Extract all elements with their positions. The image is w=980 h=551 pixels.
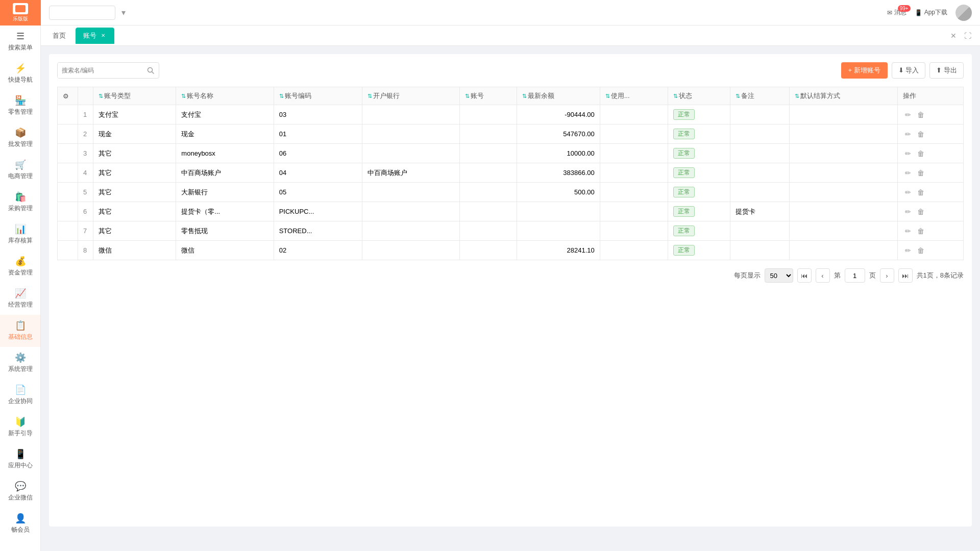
row-code: 04 xyxy=(274,163,362,183)
sidebar-item-label: 畅会员 xyxy=(11,525,30,534)
sidebar-item-operations[interactable]: 📈 经营管理 xyxy=(0,283,40,315)
tab-close-icon[interactable]: ✕ xyxy=(100,32,107,39)
logo: 乐版版 xyxy=(0,0,41,26)
export-button[interactable]: ⬆ 导出 xyxy=(929,62,964,79)
sidebar-item-retail[interactable]: 🏪 零售管理 xyxy=(0,90,40,122)
delete-button[interactable]: 🗑 xyxy=(915,129,926,139)
edit-button[interactable]: ✏ xyxy=(903,168,913,178)
row-remark xyxy=(730,183,789,202)
top-dropdown-icon[interactable]: ▾ xyxy=(121,8,126,17)
sidebar-item-search[interactable]: ☰ 搜索菜单 xyxy=(0,26,40,58)
sidebar-item-guide[interactable]: 🔰 新手引导 xyxy=(0,411,40,443)
delete-button[interactable]: 🗑 xyxy=(915,226,926,236)
sidebar-item-label: 资金管理 xyxy=(8,268,33,277)
row-code: 03 xyxy=(274,105,362,124)
edit-button[interactable]: ✏ xyxy=(903,110,913,120)
edit-button[interactable]: ✏ xyxy=(903,207,913,217)
tab-account[interactable]: 账号 ✕ xyxy=(76,28,114,44)
col-header-settings[interactable]: ⚙ xyxy=(58,87,78,105)
sidebar-item-label: 企业协同 xyxy=(8,397,33,406)
retail-icon: 🏪 xyxy=(15,95,26,106)
sidebar-item-appcenter[interactable]: 📱 应用中心 xyxy=(0,443,40,475)
tab-fullscreen-button[interactable]: ⛶ xyxy=(962,30,974,42)
row-remark xyxy=(730,221,789,241)
row-usage xyxy=(600,183,668,202)
row-actions: ✏ 🗑 xyxy=(898,221,964,241)
col-header-bank[interactable]: ⇅开户银行 xyxy=(362,87,459,105)
edit-button[interactable]: ✏ xyxy=(903,129,913,139)
col-header-usage[interactable]: ⇅使用... xyxy=(600,87,668,105)
search-input[interactable] xyxy=(58,63,142,78)
tab-controls: ✕ ⛶ xyxy=(947,30,980,42)
system-icon: ⚙️ xyxy=(15,352,26,363)
row-settings xyxy=(58,163,78,183)
add-account-button[interactable]: + 新增账号 xyxy=(841,62,888,79)
row-actions: ✏ 🗑 xyxy=(898,105,964,124)
message-button[interactable]: ✉ 消息 99+ xyxy=(887,8,906,17)
col-header-name[interactable]: ⇅账号名称 xyxy=(176,87,274,105)
col-header-code[interactable]: ⇅账号编码 xyxy=(274,87,362,105)
row-bank xyxy=(362,202,459,221)
delete-button[interactable]: 🗑 xyxy=(915,110,926,120)
col-header-remark[interactable]: ⇅备注 xyxy=(730,87,789,105)
sidebar-item-member[interactable]: 👤 畅会员 xyxy=(0,508,40,540)
col-header-type[interactable]: ⇅账号类型 xyxy=(93,87,176,105)
table-row: 2 现金 现金 01 547670.00 正常 ✏ 🗑 xyxy=(58,124,964,144)
col-header-status[interactable]: ⇅状态 xyxy=(668,87,730,105)
purchase-icon: 🛍️ xyxy=(15,191,26,203)
col-header-balance[interactable]: ⇅最新余额 xyxy=(517,87,600,105)
row-balance: 547670.00 xyxy=(517,124,600,144)
delete-button[interactable]: 🗑 xyxy=(915,148,926,159)
edit-button[interactable]: ✏ xyxy=(903,226,913,236)
sidebar-item-inventory[interactable]: 📊 库存核算 xyxy=(0,218,40,251)
inventory-icon: 📊 xyxy=(15,223,26,235)
edit-button[interactable]: ✏ xyxy=(903,245,913,256)
current-page-input[interactable] xyxy=(845,268,865,283)
edit-button[interactable]: ✏ xyxy=(903,187,913,197)
delete-button[interactable]: 🗑 xyxy=(915,245,926,256)
sidebar-item-corpwx[interactable]: 💬 企业微信 xyxy=(0,475,40,508)
col-header-num xyxy=(78,87,93,105)
row-name: 零售抵现 xyxy=(176,221,274,241)
col-header-account[interactable]: ⇅账号 xyxy=(460,87,517,105)
delete-button[interactable]: 🗑 xyxy=(915,187,926,197)
row-usage xyxy=(600,202,668,221)
edit-button[interactable]: ✏ xyxy=(903,148,913,159)
page-size-select[interactable]: 50 100 200 xyxy=(765,268,793,283)
first-page-button[interactable]: ⏮ xyxy=(797,268,812,283)
sidebar-item-basic[interactable]: 📋 基础信息 xyxy=(0,315,40,347)
tab-close-all-button[interactable]: ✕ xyxy=(947,30,960,42)
row-bank xyxy=(362,105,459,124)
search-button[interactable] xyxy=(142,62,159,79)
col-header-default-settle[interactable]: ⇅默认结算方式 xyxy=(789,87,898,105)
sidebar-item-wholesale[interactable]: 📦 批发管理 xyxy=(0,122,40,154)
prev-page-button[interactable]: ‹ xyxy=(816,268,830,283)
sidebar-item-system[interactable]: ⚙️ 系统管理 xyxy=(0,347,40,379)
user-avatar[interactable] xyxy=(955,5,972,21)
last-page-button[interactable]: ⏭ xyxy=(898,268,913,283)
row-status: 正常 xyxy=(668,183,730,202)
sidebar-item-agreement[interactable]: 📄 企业协同 xyxy=(0,379,40,411)
sidebar-item-finance[interactable]: 💰 资金管理 xyxy=(0,251,40,283)
row-status: 正常 xyxy=(668,124,730,144)
import-button[interactable]: ⬇ 导入 xyxy=(892,62,926,79)
basic-icon: 📋 xyxy=(15,320,26,331)
row-balance xyxy=(517,221,600,241)
delete-button[interactable]: 🗑 xyxy=(915,207,926,217)
app-download-button[interactable]: 📱 App下载 xyxy=(915,8,947,17)
corpwx-icon: 💬 xyxy=(15,481,26,492)
row-balance xyxy=(517,202,600,221)
next-page-button[interactable]: › xyxy=(880,268,894,283)
page-size-label: 每页显示 xyxy=(734,271,761,280)
sidebar-item-ecommerce[interactable]: 🛒 电商管理 xyxy=(0,154,40,186)
row-num: 2 xyxy=(78,124,93,144)
sidebar-item-purchase[interactable]: 🛍️ 采购管理 xyxy=(0,186,40,218)
search-input-wrap xyxy=(57,62,159,79)
delete-button[interactable]: 🗑 xyxy=(915,168,926,178)
row-name: 中百商场账户 xyxy=(176,163,274,183)
sidebar-item-quicknav[interactable]: ⚡ 快捷导航 xyxy=(0,58,40,90)
ecommerce-icon: 🛒 xyxy=(15,159,26,170)
row-code: PICKUPC... xyxy=(274,202,362,221)
top-search-input[interactable] xyxy=(49,6,115,20)
tab-home[interactable]: 首页 xyxy=(45,28,74,44)
